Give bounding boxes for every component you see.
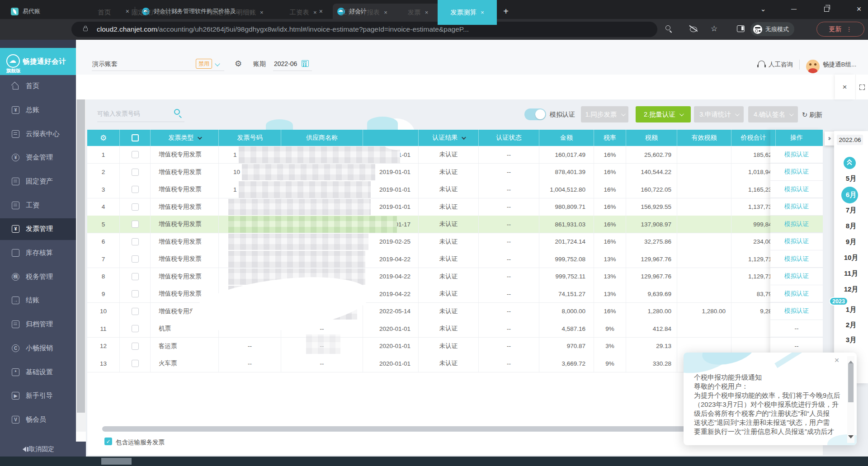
table-row[interactable]: 4增值税专用发票2019-01-01未认证--980,809.7116%156,…: [87, 198, 823, 216]
simulate-certify-link[interactable]: 模拟认证: [784, 168, 809, 176]
tab-close-icon[interactable]: ×: [481, 9, 484, 16]
sidebar-item-10[interactable]: →结账: [0, 290, 76, 311]
calendar-month[interactable]: 11月: [834, 267, 868, 280]
support-link[interactable]: 人工咨询: [769, 61, 793, 69]
simulate-certify-link[interactable]: 模拟认证: [784, 290, 809, 298]
filter-chevron-icon[interactable]: [197, 135, 202, 140]
row-checkbox[interactable]: [132, 273, 139, 280]
app-tab[interactable]: 首页: [87, 0, 121, 25]
menu-dots-icon[interactable]: ⋮: [846, 26, 852, 33]
sidebar-item-14[interactable]: ▶新手引导: [0, 385, 76, 407]
simulate-certify-link[interactable]: 模拟认证: [784, 202, 809, 211]
sidebar-item-11[interactable]: 归档管理: [0, 314, 76, 335]
row-checkbox[interactable]: [132, 255, 139, 263]
simulate-certify-link[interactable]: 模拟认证: [784, 255, 809, 263]
update-button[interactable]: 更新⋮: [816, 22, 864, 37]
sidebar-item-12[interactable]: C小畅报销: [0, 337, 76, 359]
sidebar-item-6[interactable]: 工资: [0, 194, 76, 216]
calendar-month[interactable]: 6月: [834, 188, 868, 202]
app-tab[interactable]: 固定资产明细账×: [197, 0, 276, 25]
calendar-month[interactable]: 2月: [834, 318, 868, 332]
table-row[interactable]: 5增值税专用发票2019-01-17未认证--861,931.0316%137,…: [87, 216, 823, 233]
refresh-button[interactable]: ↻ 刷新: [802, 111, 822, 119]
row-checkbox[interactable]: [132, 238, 139, 245]
minimize-button[interactable]: —: [783, 0, 804, 18]
filter-chevron-icon[interactable]: [461, 135, 466, 140]
transport-invoice-checkbox[interactable]: ✓: [104, 438, 112, 445]
toolbar-button-1[interactable]: 1.同步发票: [581, 106, 628, 122]
settings-gear-icon[interactable]: ⚙: [235, 59, 242, 69]
nav-scrollbar[interactable]: [76, 75, 86, 442]
notification-scroll-thumb[interactable]: [848, 363, 854, 402]
calendar-month[interactable]: 12月: [834, 282, 868, 296]
row-checkbox[interactable]: [132, 203, 139, 211]
row-checkbox[interactable]: [132, 290, 139, 297]
table-row[interactable]: 1增值税专用发票12019-01-01未认证--160,017.4916%25,…: [87, 146, 823, 164]
page-hscrollbar[interactable]: [0, 457, 868, 466]
calendar-icon[interactable]: [302, 60, 309, 67]
sidebar-item-2[interactable]: ¥总账: [0, 99, 76, 121]
sidebar-item-8[interactable]: 库存核算: [0, 242, 76, 264]
row-checkbox[interactable]: [132, 343, 139, 350]
table-row[interactable]: 9增值税专用发票2019-04-22未认证--74,151.2713%9,639…: [87, 285, 823, 303]
sidebar-unpin[interactable]: 取消固定: [0, 442, 86, 457]
app-tab[interactable]: 固定资产类别×: [124, 0, 185, 25]
sidebar-item-4[interactable]: ¥资金管理: [0, 147, 76, 169]
table-settings-gear-icon[interactable]: ⚙: [100, 133, 107, 143]
row-checkbox[interactable]: [132, 221, 139, 228]
new-tab-button[interactable]: +: [499, 4, 513, 19]
tab-close-icon[interactable]: ×: [384, 9, 387, 16]
simulate-certify-link[interactable]: 模拟认证: [784, 272, 809, 280]
restore-button[interactable]: [816, 0, 837, 18]
tab-close-icon[interactable]: ×: [313, 9, 317, 16]
tab-invoice-estimate[interactable]: 发票测算×: [438, 0, 497, 25]
notification-scrollbar[interactable]: [847, 356, 854, 443]
bookmark-star-icon[interactable]: ☆: [711, 24, 717, 33]
sidebar-item-3[interactable]: 云报表中心: [0, 123, 76, 145]
simulate-certify-link[interactable]: 模拟认证: [784, 307, 809, 315]
table-row[interactable]: 6增值税专用发票2019-02-25未认证--201,724.1416%32,2…: [87, 233, 823, 251]
calendar-scroll-up-button[interactable]: [844, 157, 856, 169]
simulate-certify-link[interactable]: 模拟认证: [784, 185, 809, 193]
avatar[interactable]: [806, 60, 820, 73]
tab-close-icon[interactable]: ×: [175, 9, 179, 16]
fullscreen-button[interactable]: [855, 75, 868, 99]
side-panel-icon[interactable]: [737, 25, 745, 32]
calendar-month[interactable]: 3月: [834, 333, 868, 347]
tab-close-icon[interactable]: ×: [260, 9, 264, 16]
period-value[interactable]: 2022-06: [274, 60, 297, 67]
sidebar-item-7[interactable]: ¥发票管理: [0, 218, 76, 240]
tab-search-chevron[interactable]: ⌄: [753, 0, 774, 18]
sidebar-item-9[interactable]: 税税务管理: [0, 266, 76, 287]
app-tab[interactable]: 发票×: [401, 0, 435, 25]
toolbar-button-3[interactable]: 3.申请统计: [694, 106, 744, 122]
calendar-month[interactable]: 7月: [834, 203, 868, 217]
simulate-certify-link[interactable]: 模拟认证: [784, 237, 809, 245]
simulate-toggle[interactable]: [524, 108, 546, 120]
close-all-tabs-button[interactable]: ×: [835, 75, 854, 99]
sidebar-item-13[interactable]: *基础设置: [0, 361, 76, 383]
notification-close-icon[interactable]: ×: [832, 355, 842, 365]
calendar-month[interactable]: 10月: [834, 251, 868, 264]
calendar-month[interactable]: 9月: [834, 235, 868, 249]
row-checkbox[interactable]: [132, 169, 139, 176]
app-tab[interactable]: 工资统计报表×: [330, 0, 398, 25]
sidebar-item-15[interactable]: V畅会员: [0, 409, 76, 430]
account-name[interactable]: 演示账套: [92, 60, 118, 68]
sidebar-item-1[interactable]: 首页: [0, 75, 76, 97]
row-checkbox[interactable]: [132, 186, 139, 193]
calendar-month[interactable]: 8月: [834, 219, 868, 233]
row-checkbox[interactable]: [132, 325, 139, 332]
page-hscroll-thumb[interactable]: [101, 458, 132, 465]
tab-close-icon[interactable]: ×: [425, 9, 429, 16]
search-icon[interactable]: [665, 25, 670, 30]
notification-scroll-down[interactable]: [848, 435, 854, 441]
table-row[interactable]: 3增值税专用发票12019-01-01未认证--1,004,512.8016%1…: [87, 181, 823, 198]
toolbar-button-4[interactable]: 4.确认签名: [748, 106, 798, 122]
simulate-certify-link[interactable]: 模拟认证: [784, 151, 809, 159]
app-tab[interactable]: 工资表×: [279, 0, 327, 25]
scroll-thumb[interactable]: [77, 87, 85, 413]
eye-off-icon[interactable]: [689, 26, 698, 32]
row-checkbox[interactable]: [132, 308, 139, 315]
close-button[interactable]: ×: [849, 0, 868, 18]
